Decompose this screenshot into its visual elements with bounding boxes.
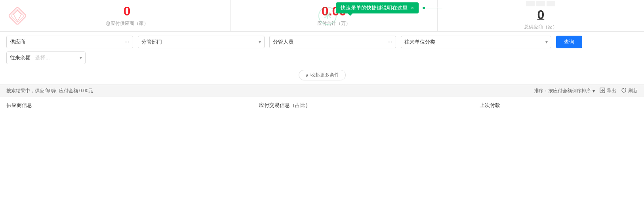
payable-amount-text: 应付金额 0.00元 bbox=[59, 88, 93, 94]
balance-chevron-icon[interactable]: ▾ bbox=[80, 55, 82, 61]
stat-total-payable-suppliers: 0 总应付供应商（家） bbox=[0, 0, 231, 31]
icon-bar-2 bbox=[536, 1, 545, 6]
filter-bar: 供应商 ··· 分管部门 ▾ 分管人员 ··· 往来单位分类 ▾ 查询 往来余额 bbox=[0, 32, 644, 85]
filter-row-1: 供应商 ··· 分管部门 ▾ 分管人员 ··· 往来单位分类 ▾ 查询 bbox=[6, 36, 638, 48]
collapse-label: 收起更多条件 bbox=[311, 72, 339, 78]
manager-dots-icon[interactable]: ··· bbox=[387, 38, 392, 46]
collapse-button[interactable]: ∧ 收起更多条件 bbox=[299, 70, 346, 80]
right-icon-group bbox=[526, 1, 555, 6]
col-header-supplier: 供应商信息 bbox=[6, 102, 259, 109]
stat-number-payable-suppliers: 0 bbox=[124, 4, 131, 18]
stats-bar: 0 总应付供应商（家） 米 0.00 应付合计（万） 快速录单的快捷键说明在这里… bbox=[0, 0, 644, 32]
result-bar: 搜索结果中，供应商0家 应付金额 0.00元 排序：按应付会额倒序排序 ▾ 导出… bbox=[0, 85, 644, 97]
sort-chevron-icon: ▾ bbox=[593, 88, 595, 94]
stat-total-suppliers: 0 总供应商（家） bbox=[438, 0, 644, 31]
unit-category-label: 往来单位分类 bbox=[404, 38, 435, 46]
table-body bbox=[0, 114, 644, 201]
unit-category-input[interactable] bbox=[438, 39, 545, 45]
department-label: 分管部门 bbox=[141, 38, 162, 46]
supplier-dots-icon[interactable]: ··· bbox=[124, 38, 130, 46]
manager-input[interactable] bbox=[296, 39, 387, 45]
refresh-label: 刷新 bbox=[628, 88, 638, 94]
data-table: 供应商信息 应付交易信息（占比） 上次付款 bbox=[0, 97, 644, 201]
supplier-input[interactable] bbox=[28, 39, 124, 45]
supplier-label: 供应商 bbox=[10, 38, 25, 46]
unit-category-chevron-icon[interactable]: ▾ bbox=[545, 39, 548, 45]
export-label: 导出 bbox=[607, 88, 616, 94]
collapse-chevron-icon: ∧ bbox=[305, 72, 309, 78]
diamond-logo-icon bbox=[7, 6, 28, 26]
tooltip-close-button[interactable]: × bbox=[411, 5, 414, 11]
sort-dropdown[interactable]: 排序：按应付会额倒序排序 ▾ bbox=[534, 88, 595, 94]
filter-row-2: 往来余额 选择... ▾ bbox=[6, 51, 638, 64]
refresh-button[interactable]: 刷新 bbox=[621, 88, 638, 94]
mint-coin-icon: 米 bbox=[317, 5, 338, 27]
manager-filter[interactable]: 分管人员 ··· bbox=[269, 36, 396, 48]
col-header-transaction: 应付交易信息（占比） bbox=[259, 102, 480, 109]
balance-placeholder: 选择... bbox=[35, 54, 80, 61]
stat-label-total-suppliers: 总供应商（家） bbox=[524, 24, 557, 31]
sort-label: 排序：按应付会额倒序排序 bbox=[534, 88, 591, 94]
result-actions: 排序：按应付会额倒序排序 ▾ 导出 刷新 bbox=[534, 88, 638, 94]
tooltip-dot bbox=[422, 6, 426, 10]
stat-label-payable-suppliers: 总应付供应商（家） bbox=[106, 20, 149, 27]
export-icon bbox=[600, 88, 605, 94]
icon-bar-1 bbox=[526, 1, 535, 6]
table-header: 供应商信息 应付交易信息（占比） 上次付款 bbox=[0, 97, 644, 114]
result-info: 搜索结果中，供应商0家 应付金额 0.00元 bbox=[6, 88, 93, 94]
stat-number-total-suppliers: 0 bbox=[537, 8, 544, 22]
collapse-bar: ∧ 收起更多条件 bbox=[6, 67, 638, 84]
manager-label: 分管人员 bbox=[273, 38, 293, 46]
svg-text:米: 米 bbox=[324, 11, 332, 19]
unit-category-filter[interactable]: 往来单位分类 ▾ bbox=[401, 36, 551, 48]
stat-payable-total: 米 0.00 应付合计（万） 快速录单的快捷键说明在这里 × bbox=[231, 0, 437, 31]
icon-bar-3 bbox=[547, 1, 555, 6]
supplier-filter[interactable]: 供应商 ··· bbox=[6, 36, 133, 48]
query-button[interactable]: 查询 bbox=[556, 36, 582, 48]
department-chevron-icon[interactable]: ▾ bbox=[259, 39, 261, 45]
shortcut-tooltip: 快速录单的快捷键说明在这里 × bbox=[336, 2, 419, 13]
tooltip-line bbox=[426, 8, 442, 8]
balance-filter[interactable]: 往来余额 选择... ▾ bbox=[6, 51, 86, 64]
department-filter[interactable]: 分管部门 ▾ bbox=[138, 36, 265, 48]
balance-label: 往来余额 bbox=[10, 54, 30, 61]
search-result-text: 搜索结果中，供应商0家 bbox=[6, 88, 57, 94]
department-input[interactable] bbox=[164, 39, 259, 45]
tooltip-text: 快速录单的快捷键说明在这里 bbox=[341, 4, 408, 11]
col-header-lastpay: 上次付款 bbox=[480, 102, 638, 109]
export-button[interactable]: 导出 bbox=[600, 88, 616, 94]
refresh-icon bbox=[621, 88, 627, 94]
